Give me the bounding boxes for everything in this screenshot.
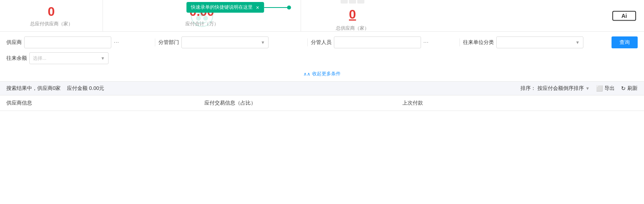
- query-button[interactable]: 查询: [612, 36, 638, 48]
- collapse-row: ∧∧ 收起更多条件: [6, 68, 638, 81]
- table-header: 供应商信息 应付交易信息（占比） 上次付款: [0, 95, 644, 111]
- stat-total-suppliers: 0 总供应商（家）: [301, 0, 404, 31]
- filter-department: 分管部门 ▼: [158, 36, 304, 48]
- filter-row-1: 供应商 ··· 分管部门 ▼ 分管人员 ··· 往来单位分类 ▼: [6, 36, 638, 48]
- person-label: 分管人员: [311, 39, 332, 46]
- unit-class-select[interactable]: ▼: [496, 36, 583, 48]
- result-info-area: 搜索结果中，供应商0家 应付金额 0.00元: [6, 85, 104, 92]
- stat-payable-suppliers: 0 总应付供应商（家）: [0, 0, 103, 31]
- filter-unit-class: 往来单位分类 ▼: [463, 36, 608, 48]
- result-bar: 搜索结果中，供应商0家 应付金额 0.00元 排序： 按应付会额倒序排序 ▼ ⬜…: [0, 82, 644, 95]
- table-body: [0, 111, 644, 204]
- unit-class-label: 往来单位分类: [463, 39, 494, 46]
- filter-row-2: 往来余额 选择... ▼: [6, 52, 638, 64]
- total-suppliers-label: 总供应商（家）: [336, 25, 369, 32]
- ai-button[interactable]: Ai: [612, 11, 636, 21]
- export-button[interactable]: ⬜ 导出: [596, 85, 615, 92]
- person-dots-btn[interactable]: ···: [423, 39, 429, 46]
- svg-point-3: [203, 16, 208, 21]
- balance-select[interactable]: 选择... ▼: [29, 52, 109, 64]
- balance-label: 往来余额: [6, 55, 27, 62]
- table-col-last-payment: 上次付款: [402, 99, 638, 107]
- person-input[interactable]: [334, 36, 421, 48]
- tooltip-balloon: 快速录单的快捷键说明在这里 ×: [186, 2, 264, 13]
- collapse-btn-label: 收起更多条件: [312, 71, 341, 77]
- filter-supplier: 供应商 ···: [6, 36, 152, 48]
- result-info-text: 搜索结果中，供应商0家: [6, 85, 61, 92]
- svg-point-2: [196, 16, 201, 21]
- payable-suppliers-number: 0: [48, 4, 55, 19]
- supplier-dots-btn[interactable]: ···: [114, 39, 119, 46]
- tooltip-text: 快速录单的快捷键说明在这里: [191, 4, 253, 11]
- unit-class-dropdown-arrow: ▼: [575, 40, 580, 45]
- filter-person: 分管人员 ···: [311, 36, 456, 48]
- stat-payable-total: 0.00 应付合计（万） 快速录单的快捷键说明在这里 ×: [103, 0, 301, 31]
- collapse-up-icon: ∧∧: [303, 71, 311, 77]
- sort-value: 按应付会额倒序排序: [537, 85, 584, 92]
- filter-bar: 供应商 ··· 分管部门 ▼ 分管人员 ··· 往来单位分类 ▼: [0, 32, 644, 82]
- tooltip-close-btn[interactable]: ×: [256, 5, 259, 10]
- result-amount-text: 应付金额 0.00元: [67, 85, 104, 92]
- balance-select-placeholder: 选择...: [33, 55, 46, 62]
- department-dropdown-arrow: ▼: [261, 40, 265, 45]
- supplier-label: 供应商: [6, 39, 22, 46]
- sort-label: 排序：: [520, 85, 536, 92]
- tooltip-dot: [287, 6, 291, 10]
- refresh-label: 刷新: [627, 85, 638, 92]
- stats-bar: 0 总应付供应商（家） 0.00 应付合计（万） 快速录单的快捷键说明在这里 ×: [0, 0, 644, 32]
- refresh-icon: ↻: [621, 85, 626, 92]
- payable-suppliers-label: 总应付供应商（家）: [30, 21, 73, 27]
- balance-dropdown-arrow: ▼: [101, 56, 105, 61]
- ai-button-area[interactable]: Ai: [612, 11, 636, 21]
- refresh-button[interactable]: ↻ 刷新: [621, 85, 638, 92]
- sort-dropdown-arrow: ▼: [585, 86, 590, 91]
- filter-balance: 往来余额 选择... ▼: [6, 52, 133, 64]
- sort-selector[interactable]: 排序： 按应付会额倒序排序 ▼: [520, 85, 590, 92]
- supplier-input[interactable]: [24, 36, 111, 48]
- export-label: 导出: [604, 85, 615, 92]
- table-col-supplier-info: 供应商信息: [6, 99, 204, 107]
- export-icon: ⬜: [596, 85, 603, 92]
- table-col-transaction-info: 应付交易信息（占比）: [204, 99, 402, 107]
- department-label: 分管部门: [158, 39, 179, 46]
- result-actions: 排序： 按应付会额倒序排序 ▼ ⬜ 导出 ↻ 刷新: [520, 85, 638, 92]
- total-suppliers-number: 0: [349, 7, 356, 22]
- department-select[interactable]: ▼: [181, 36, 269, 48]
- collapse-btn[interactable]: ∧∧ 收起更多条件: [303, 71, 341, 77]
